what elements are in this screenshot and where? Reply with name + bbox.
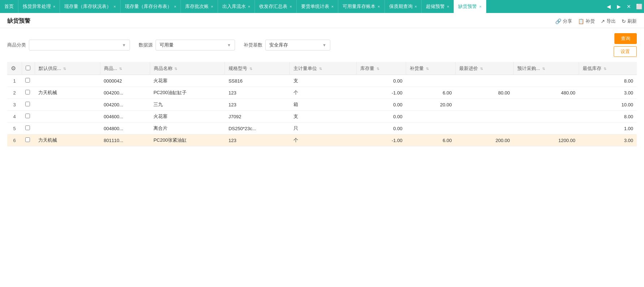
- close-icon[interactable]: ×: [479, 4, 481, 9]
- replenish-basis-value: 安全库存: [269, 42, 288, 48]
- row-checkbox[interactable]: [25, 114, 30, 118]
- row-default-supplier: [35, 123, 100, 134]
- header-actions: 🔗 分享 📋 补货 ↗ 导出 ↻ 刷新: [555, 18, 637, 25]
- close-icon[interactable]: ×: [53, 4, 55, 9]
- table-wrapper: ⚙ 默认供应... ⇅ 商品... ⇅ 商品名称 ⇅: [0, 62, 644, 146]
- select-all-checkbox[interactable]: [26, 66, 30, 70]
- col-product-name[interactable]: 商品名称 ⇅: [150, 62, 225, 75]
- row-stock: -1.00: [357, 87, 406, 99]
- row-min-stock: 8.00: [579, 75, 637, 87]
- close-icon[interactable]: ×: [174, 4, 176, 9]
- row-default-supplier: [35, 99, 100, 111]
- tab-inventory-status[interactable]: 现存量（库存状况表） ×: [60, 0, 120, 13]
- tab-maximize-button[interactable]: ⬜: [634, 0, 644, 13]
- table-row: 3 004200... 三九 123 箱 0.00 20.00 10.00: [7, 99, 637, 111]
- replenish-basis-filter-group: 补货基数 安全库存 ▼: [244, 40, 330, 50]
- col-estimated-purchase[interactable]: 预计采购... ⇅: [514, 62, 579, 75]
- replenish-button[interactable]: 📋 补货: [578, 18, 595, 25]
- row-latest-price: [456, 111, 514, 123]
- row-checkbox[interactable]: [25, 78, 30, 83]
- row-estimated-purchase: 480.00: [514, 87, 579, 99]
- tab-flow[interactable]: 出入库流水 ×: [218, 0, 255, 13]
- gear-icon[interactable]: ⚙: [11, 65, 16, 71]
- share-icon: 🔗: [555, 18, 561, 24]
- col-min-stock[interactable]: 最低库存 ⇅: [579, 62, 637, 75]
- col-unit[interactable]: 主计量单位 ⇅: [290, 62, 357, 75]
- tab-inventory-dist[interactable]: 现存量（库存分布表） ×: [121, 0, 181, 13]
- row-default-supplier: [35, 75, 100, 87]
- row-replenish-qty: [406, 111, 456, 123]
- row-checkbox[interactable]: [25, 137, 30, 142]
- row-estimated-purchase: 1200.00: [514, 134, 579, 146]
- tab-batch[interactable]: 库存批次账 ×: [181, 0, 218, 13]
- datasource-select[interactable]: 可用量 ▼: [156, 40, 235, 50]
- share-button[interactable]: 🔗 分享: [555, 18, 572, 25]
- tab-available[interactable]: 可用量库存账本 ×: [338, 0, 384, 13]
- row-estimated-purchase: [514, 75, 579, 87]
- row-checkbox-cell[interactable]: [22, 123, 35, 134]
- close-icon[interactable]: ×: [211, 4, 213, 9]
- row-checkbox-cell[interactable]: [22, 111, 35, 123]
- close-icon[interactable]: ×: [447, 4, 449, 9]
- row-checkbox-cell[interactable]: [22, 134, 35, 146]
- tab-prev-button[interactable]: ◀: [604, 0, 614, 13]
- row-stock: 0.00: [357, 111, 406, 123]
- export-button[interactable]: ↗ 导出: [601, 18, 616, 25]
- chevron-down-icon: ▼: [227, 43, 231, 47]
- tab-home[interactable]: 首页: [0, 0, 18, 13]
- row-product-name: 火花塞: [150, 75, 225, 87]
- row-product-name: PC200张紧油缸: [150, 134, 225, 146]
- col-spec[interactable]: 规格型号 ⇅: [225, 62, 290, 75]
- page-title: 缺货预警: [7, 17, 30, 25]
- row-checkbox[interactable]: [25, 125, 30, 130]
- col-latest-price[interactable]: 最新进价 ⇅: [456, 62, 514, 75]
- col-stock[interactable]: 库存量 ⇅: [357, 62, 406, 75]
- close-icon[interactable]: ×: [248, 4, 250, 9]
- tab-summary[interactable]: 收发存汇总表 ×: [255, 0, 296, 13]
- data-table: ⚙ 默认供应... ⇅ 商品... ⇅ 商品名称 ⇅: [7, 62, 637, 146]
- row-unit: 支: [290, 111, 357, 123]
- row-product-name: 火花塞: [150, 111, 225, 123]
- tab-expiry[interactable]: 保质期查询 ×: [385, 0, 422, 13]
- tab-picking[interactable]: 拣货异常处理 ×: [18, 0, 60, 13]
- row-product-code: 0000042: [100, 75, 150, 87]
- table-row: 5 004800... 离合片 DS250*23c... 只 0.00 1.00: [7, 123, 637, 134]
- sort-icon: ⇅: [426, 67, 429, 71]
- row-estimated-purchase: [514, 123, 579, 134]
- replenish-basis-select[interactable]: 安全库存 ▼: [265, 40, 330, 50]
- settings-button[interactable]: 设置: [614, 46, 637, 57]
- tab-next-button[interactable]: ▶: [614, 0, 624, 13]
- row-unit: 只: [290, 123, 357, 134]
- col-settings[interactable]: ⚙: [7, 62, 22, 75]
- close-icon[interactable]: ×: [113, 4, 116, 9]
- tab-close-all-button[interactable]: ✕: [624, 0, 634, 13]
- row-checkbox-cell[interactable]: [22, 87, 35, 99]
- refresh-icon: ↻: [622, 18, 626, 24]
- col-product-code[interactable]: 商品... ⇅: [100, 62, 150, 75]
- close-icon[interactable]: ×: [415, 4, 417, 9]
- tab-shortage[interactable]: 缺货预警 ×: [454, 0, 486, 13]
- sort-icon: ⇅: [249, 67, 252, 71]
- row-replenish-qty: 6.00: [406, 134, 456, 146]
- row-latest-price: 80.00: [456, 87, 514, 99]
- sort-icon: ⇅: [63, 67, 66, 71]
- close-icon[interactable]: ×: [331, 4, 334, 9]
- col-default-supplier[interactable]: 默认供应... ⇅: [35, 62, 100, 75]
- refresh-button[interactable]: ↻ 刷新: [622, 18, 637, 25]
- col-replenish-qty[interactable]: 补货量 ⇅: [406, 62, 456, 75]
- chevron-down-icon: ▼: [322, 43, 326, 47]
- close-icon[interactable]: ×: [290, 4, 292, 9]
- row-checkbox[interactable]: [25, 102, 30, 106]
- row-checkbox-cell[interactable]: [22, 75, 35, 87]
- query-button[interactable]: 查询: [614, 33, 637, 44]
- row-checkbox[interactable]: [25, 90, 30, 94]
- close-icon[interactable]: ×: [378, 4, 380, 9]
- row-number: 3: [7, 99, 22, 111]
- row-spec: J7092: [225, 111, 290, 123]
- tab-overstock[interactable]: 超储预警 ×: [422, 0, 454, 13]
- category-select[interactable]: ▼: [29, 40, 130, 50]
- tab-demand[interactable]: 要货单统计表 ×: [297, 0, 338, 13]
- row-product-code: 004200...: [100, 87, 150, 99]
- chevron-down-icon: ▼: [122, 43, 126, 47]
- row-checkbox-cell[interactable]: [22, 99, 35, 111]
